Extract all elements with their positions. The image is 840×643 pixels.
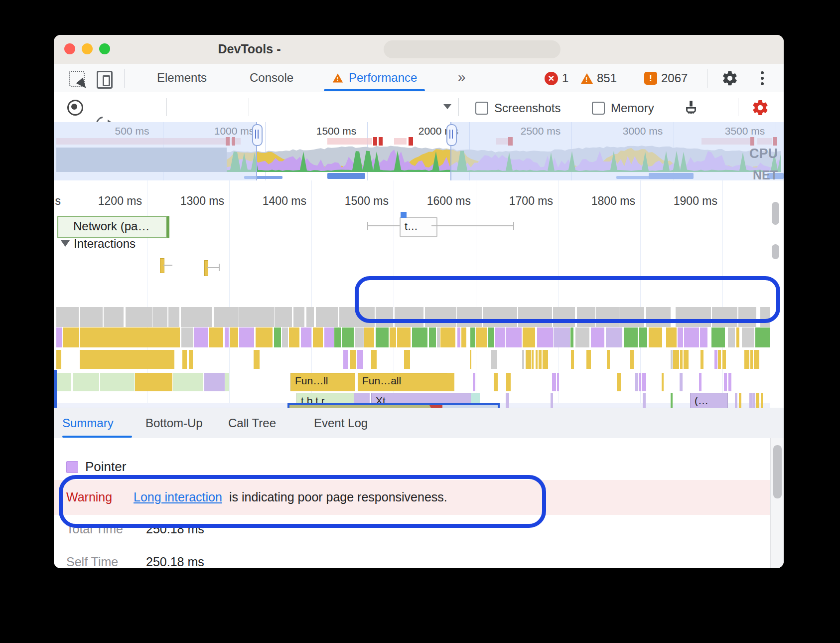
flame-bar — [666, 327, 677, 347]
flame-row-nested[interactable]: Fun…llFun…all — [56, 373, 770, 391]
summary-scrollbar[interactable] — [770, 438, 784, 568]
pointer-interaction-bar[interactable]: Pointer — [287, 403, 500, 408]
divider — [738, 98, 738, 116]
settings-gear-icon[interactable] — [721, 70, 738, 89]
issues-icon: ! — [644, 72, 657, 85]
timeline-overview[interactable]: 500 ms1000 ms1500 ms2000 ms2500 ms3000 m… — [54, 122, 784, 181]
flame-bar — [173, 373, 203, 391]
memory-checkbox[interactable]: Memory — [592, 101, 654, 115]
warning-label: Warning — [66, 490, 112, 504]
tab-performance[interactable]: !Performance — [327, 64, 422, 92]
bottom-tab-summary[interactable]: Summary — [62, 408, 114, 438]
inspect-element-icon[interactable] — [69, 71, 85, 87]
flame-bar — [537, 327, 553, 347]
flame-bar — [282, 327, 288, 347]
flame-bar — [80, 350, 174, 369]
flame-bar — [63, 327, 79, 347]
issues-counter[interactable]: ! 2067 — [644, 71, 688, 85]
flame-bar — [274, 327, 281, 347]
warning-icon: ! — [581, 73, 593, 84]
summary-scrollbar-thumb[interactable] — [773, 445, 782, 498]
flame-bar — [571, 350, 574, 369]
tick-whisker — [207, 267, 220, 268]
flame-bar — [700, 327, 707, 347]
flame-row-tasks[interactable] — [56, 307, 770, 327]
network-request-bar[interactable]: Network (pa… — [57, 216, 169, 238]
memory-label: Memory — [611, 101, 654, 115]
flame-bar — [750, 350, 753, 369]
flame-bar — [301, 327, 311, 347]
warning-count: 851 — [597, 71, 617, 85]
flame-frame-paren[interactable]: (… — [690, 393, 728, 408]
console-error-counter[interactable]: × 1 — [545, 71, 568, 85]
flame-bar — [662, 373, 664, 391]
flame-bar — [104, 307, 124, 327]
flame-bar — [73, 373, 99, 391]
interactions-track-label: Interactions — [74, 237, 136, 251]
flame-bar — [316, 307, 338, 327]
flame-row-calls[interactable] — [56, 350, 770, 369]
flame-bar — [554, 327, 569, 347]
flame-scrollbar-thumb[interactable] — [772, 202, 779, 225]
checkbox-icon — [475, 102, 488, 115]
screenshots-checkbox[interactable]: Screenshots — [475, 101, 560, 115]
device-toolbar-icon[interactable] — [97, 71, 113, 89]
tab-elements[interactable]: Elements — [152, 64, 212, 92]
flame-bar — [343, 350, 349, 369]
flame-bar — [543, 350, 548, 369]
flame-bar — [181, 327, 193, 347]
flame-row-functions[interactable] — [56, 327, 770, 347]
flame-bar — [349, 307, 375, 327]
flame-bar — [313, 327, 323, 347]
network-request-box[interactable]: t… — [400, 217, 437, 237]
ruler-label: 1300 ms — [159, 194, 224, 208]
bottom-tab-event-log[interactable]: Event Log — [314, 408, 368, 438]
bottom-tab-bottom-up[interactable]: Bottom-Up — [145, 408, 203, 438]
divider — [166, 98, 167, 116]
more-tabs-chevron[interactable]: » — [458, 69, 466, 85]
whisker-cap — [219, 264, 220, 271]
record-button[interactable] — [67, 100, 83, 116]
history-dropdown-caret[interactable] — [443, 104, 451, 109]
legend-row: Pointer — [66, 459, 126, 475]
flame-bar — [712, 307, 738, 327]
flame-bar — [714, 350, 717, 369]
flame-bar — [289, 327, 299, 347]
selection-handle-left[interactable] — [252, 124, 263, 146]
kebab-menu-icon[interactable] — [761, 71, 764, 85]
flame-bar — [225, 327, 229, 347]
flame-bar — [293, 307, 304, 327]
flame-bar — [739, 393, 741, 408]
flame-bar — [673, 350, 679, 369]
long-interaction-link[interactable]: Long interaction — [134, 490, 222, 504]
flame-bar — [722, 350, 726, 369]
capture-settings-gear-icon[interactable] — [751, 99, 769, 119]
timeline-flame-area[interactable]: s1200 ms1300 ms1400 ms1500 ms1600 ms1700… — [54, 180, 784, 408]
flame-bar — [230, 327, 238, 347]
interactions-collapse-icon[interactable] — [61, 240, 70, 247]
flame-bar — [395, 307, 423, 327]
stat-label: Total Time — [66, 522, 123, 536]
flame-bar — [461, 327, 466, 347]
flame-bar — [553, 307, 575, 327]
interaction-tick[interactable] — [204, 260, 208, 276]
flame-frame-fun2[interactable]: Fun…all — [358, 373, 450, 391]
interaction-tick[interactable] — [160, 258, 164, 273]
flame-bar — [630, 350, 633, 369]
selection-handle-right[interactable] — [446, 124, 457, 146]
tab-console[interactable]: Console — [245, 64, 298, 92]
flame-frame-fun1[interactable]: Fun…ll — [290, 373, 355, 391]
flame-bar — [56, 307, 79, 327]
cpu-track-label: CPU — [749, 146, 778, 161]
overview-dim-left — [54, 122, 257, 180]
flame-bar — [80, 327, 174, 347]
bottom-tab-call-tree[interactable]: Call Tree — [228, 408, 276, 438]
flame-bar — [643, 393, 646, 408]
collect-garbage-icon[interactable] — [683, 99, 700, 118]
flame-bar — [194, 327, 208, 347]
flame-bar — [495, 327, 505, 347]
flame-scrollbar-thumb[interactable] — [772, 244, 779, 259]
flame-bar — [642, 373, 646, 391]
flame-bar — [339, 307, 349, 327]
console-warning-counter[interactable]: ! 851 — [581, 71, 617, 85]
